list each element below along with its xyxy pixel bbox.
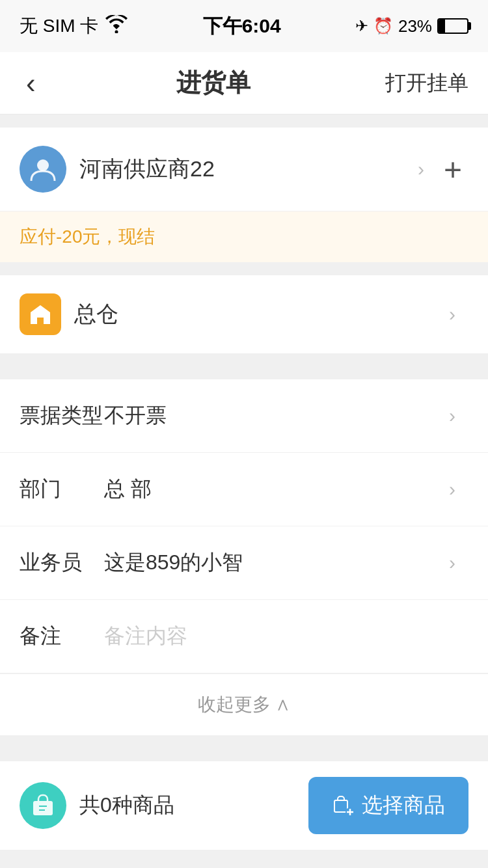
department-label: 部门 xyxy=(20,475,104,504)
section-gap-2 xyxy=(0,262,488,275)
status-left: 无 SIM 卡 xyxy=(20,14,128,38)
svg-point-1 xyxy=(37,159,49,171)
wifi-icon xyxy=(105,15,128,38)
open-pending-button[interactable]: 打开挂单 xyxy=(385,69,468,98)
warehouse-section: 总仓 › xyxy=(0,275,488,353)
section-gap-4 xyxy=(0,735,488,748)
department-chevron-icon: › xyxy=(449,478,455,500)
select-product-button[interactable]: 选择商品 xyxy=(308,777,468,834)
product-icon xyxy=(20,782,66,829)
collapse-label: 收起更多 ∧ xyxy=(198,694,291,714)
nav-bar: ‹ 进货单 打开挂单 xyxy=(0,52,488,115)
section-gap-3 xyxy=(0,353,488,366)
department-row[interactable]: 部门 总 部 › xyxy=(0,453,488,526)
invoice-type-row[interactable]: 票据类型 不开票 › xyxy=(0,379,488,453)
collapse-button[interactable]: 收起更多 ∧ xyxy=(0,673,488,735)
warehouse-chevron-icon: › xyxy=(449,303,455,325)
salesperson-label: 业务员 xyxy=(20,549,104,577)
salesperson-chevron-icon: › xyxy=(449,552,455,574)
svg-rect-3 xyxy=(33,801,53,815)
add-supplier-button[interactable]: + xyxy=(437,152,468,187)
salesperson-value: 这是859的小智 xyxy=(104,549,449,577)
salesperson-row[interactable]: 业务员 这是859的小智 › xyxy=(0,526,488,600)
warehouse-name: 总仓 xyxy=(74,299,449,329)
svg-rect-6 xyxy=(334,800,347,812)
supplier-avatar xyxy=(20,146,66,193)
notice-bar: 应付-20元，现结 xyxy=(0,211,488,262)
page-title: 进货单 xyxy=(176,66,251,100)
invoice-type-label: 票据类型 xyxy=(20,401,104,430)
remark-input[interactable]: 备注内容 xyxy=(104,622,468,651)
status-time: 下午6:04 xyxy=(203,13,281,40)
carrier-text: 无 SIM 卡 xyxy=(20,14,98,38)
warehouse-icon xyxy=(20,293,61,335)
select-product-label: 选择商品 xyxy=(362,791,445,820)
section-gap-1 xyxy=(0,115,488,128)
alarm-icon: ⏰ xyxy=(373,17,393,35)
remark-row[interactable]: 备注 备注内容 xyxy=(0,600,488,673)
svg-point-0 xyxy=(115,30,118,33)
notice-text: 应付-20元，现结 xyxy=(20,226,155,247)
select-product-icon xyxy=(332,794,355,817)
supplier-name: 河南供应商22 xyxy=(79,154,418,184)
back-button[interactable]: ‹ xyxy=(20,61,42,106)
form-section: 票据类型 不开票 › 部门 总 部 › 业务员 这是859的小智 › 备注 备注… xyxy=(0,379,488,735)
bottom-bar: 共0种商品 选择商品 xyxy=(0,761,488,850)
supplier-row[interactable]: 河南供应商22 › + xyxy=(0,128,488,211)
svg-rect-2 xyxy=(38,318,43,324)
warehouse-row[interactable]: 总仓 › xyxy=(0,275,488,353)
invoice-type-chevron-icon: › xyxy=(449,405,455,427)
supplier-chevron-icon: › xyxy=(418,158,424,180)
remark-label: 备注 xyxy=(20,622,104,651)
department-value: 总 部 xyxy=(104,475,449,504)
status-right: ✈ ⏰ 23% xyxy=(355,16,468,36)
battery-text: 23% xyxy=(398,16,432,36)
status-bar: 无 SIM 卡 下午6:04 ✈ ⏰ 23% xyxy=(0,0,488,52)
battery-indicator xyxy=(437,18,468,34)
location-icon: ✈ xyxy=(355,17,368,35)
invoice-type-value: 不开票 xyxy=(104,401,449,430)
product-count-text: 共0种商品 xyxy=(79,791,308,820)
supplier-section: 河南供应商22 › + 应付-20元，现结 xyxy=(0,128,488,262)
